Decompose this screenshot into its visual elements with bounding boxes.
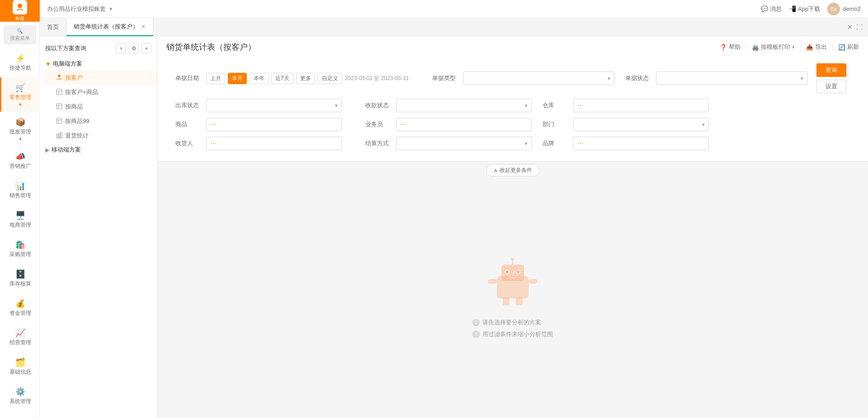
tab-home[interactable]: 首页 [40, 18, 66, 36]
scheme-item-return-stats[interactable]: 退货统计 [43, 128, 157, 143]
scheme-group-desktop-header[interactable]: ▼ 电脑端方案 [40, 57, 157, 71]
sidebar-item-wholesale[interactable]: 📦 批发管理 ▲ [0, 112, 40, 146]
add-scheme-btn[interactable]: + [116, 43, 126, 53]
receipt-status-select[interactable]: ▾ [396, 99, 532, 112]
mobile-group-chevron: ▶ [45, 147, 50, 153]
user-btn[interactable]: Ea demo2 [827, 3, 861, 15]
sidebar-item-retail[interactable]: 🛒 零售管理 ▲ [0, 77, 40, 112]
refresh-btn[interactable]: 🔄 刷新 [838, 43, 859, 51]
industry-dropdown-icon[interactable]: ▾ [109, 5, 113, 12]
warehouse-select[interactable]: ··· [573, 99, 709, 112]
scheme-item-by-customer-goods[interactable]: 按客户+商品 [43, 85, 157, 100]
sidebar-item-operations[interactable]: 📈 经营管理 [0, 323, 40, 352]
recipient-input[interactable]: ··· [206, 137, 342, 150]
svg-rect-8 [57, 118, 62, 124]
date-btn-this-year[interactable]: 本年 [250, 73, 269, 84]
tab-sales-stats[interactable]: 销货单统计表（按客户） ✕ [66, 18, 153, 36]
sidebar-item-label: 快捷导航 [9, 64, 31, 72]
order-status-select[interactable]: ▾ [656, 71, 807, 85]
avatar: Ea [827, 3, 840, 15]
inventory-icon: 🗄️ [15, 269, 25, 279]
desktop-group-chevron: ▼ [45, 61, 51, 67]
date-btn-more[interactable]: 更多 [296, 73, 315, 84]
message-btn[interactable]: 💬 消息 [761, 5, 782, 13]
scheme-item-by-goods-99[interactable]: 按商品99 [43, 114, 157, 128]
sidebar-item-quicknav[interactable]: ⚡ 快捷导航 [0, 48, 40, 77]
sidebar-logo[interactable]: 标服 [0, 0, 40, 22]
settings-filter-btn[interactable]: 设置 [816, 80, 846, 93]
industry-label: 办公用品行业模拟账套 [47, 5, 106, 13]
operations-icon: 📈 [15, 328, 25, 338]
expand-icon: ▲ [18, 101, 23, 106]
scheme-item-by-customer[interactable]: 按客户 [43, 71, 157, 85]
dept-select[interactable]: ▾ [573, 118, 709, 131]
sidebar-item-marketing[interactable]: 📣 营销推广 [0, 146, 40, 176]
scheme-group-mobile-header[interactable]: ▶ 移动端方案 [40, 143, 157, 157]
goods-input[interactable]: ··· [206, 118, 342, 131]
sidebar-item-cooperation[interactable]: 🤝 企业协同 [0, 411, 40, 418]
sidebar-logo-text: 标服 [15, 15, 24, 22]
left-panel-header: 按以下方案查询 + ⚙ « [40, 40, 157, 57]
sidebar-item-finance[interactable]: 💰 资金管理 [0, 293, 40, 323]
collapse-scheme-btn[interactable]: « [142, 43, 151, 53]
date-btn-custom[interactable]: 自定义 [318, 73, 342, 84]
salesperson-input[interactable]: ··· [396, 118, 532, 131]
print-template-btn[interactable]: 🖨️ 按模板打印 ▾ [752, 43, 795, 51]
brand-select[interactable]: ··· [573, 137, 709, 150]
sidebar-item-label: 系统管理 [9, 398, 31, 405]
date-btn-7days[interactable]: 近7天 [271, 73, 293, 84]
empty-tip-1: 1 请先选择要分析的方案 [472, 318, 553, 327]
scheme-item-label-2: 按客户+商品 [65, 88, 98, 96]
export-btn[interactable]: 📤 导出 [806, 43, 827, 51]
settlement-select[interactable]: ▾ [396, 137, 532, 150]
print-label: 按模板打印 [761, 43, 790, 51]
svg-rect-5 [57, 104, 62, 109]
brand-dots: ··· [577, 139, 583, 147]
page-title: 销货单统计表（按客户） [166, 42, 256, 52]
basic-icon: 🗂️ [15, 357, 25, 367]
order-type-select[interactable]: ▾ [463, 71, 614, 85]
sidebar-item-ecommerce[interactable]: 🖥️ 电商管理 [0, 205, 40, 234]
tab-close-icon[interactable]: ✕ [141, 24, 146, 30]
sidebar-item-label: 电商管理 [9, 221, 31, 229]
sidebar-item-inventory[interactable]: 🗄️ 库存核算 [0, 264, 40, 293]
sidebar-item-label: 库存核算 [9, 280, 31, 288]
filter-date-group: 上月 本月 本年 近7天 更多 自定义 2023-03-01 至 2023-03… [206, 73, 409, 84]
receipt-status-chevron: ▾ [525, 103, 528, 109]
date-btn-last-month[interactable]: 上月 [206, 73, 225, 84]
help-btn[interactable]: ❓ 帮助 [720, 43, 741, 51]
main-area: 办公用品行业模拟账套 ▾ 💬 消息 📲 App下载 Ea demo2 首页 [40, 0, 868, 418]
collapse-conditions-btn[interactable]: ∧ 收起更多条件 [486, 164, 540, 176]
scheme-group-mobile: ▶ 移动端方案 [40, 143, 157, 157]
order-type-chevron: ▾ [608, 76, 610, 81]
app-download-btn[interactable]: 📲 App下载 [789, 5, 820, 13]
tab-maximize-icon[interactable]: ⛶ [856, 24, 863, 31]
svg-point-1 [58, 75, 61, 77]
wholesale-icon: 📦 [15, 117, 25, 127]
sidebar-item-basic[interactable]: 🗂️ 基础信息 [0, 352, 40, 381]
sidebar-item-label: 营销推广 [9, 162, 31, 170]
scheme-item-by-goods[interactable]: 按商品 [43, 100, 157, 114]
out-status-select[interactable]: ▾ [206, 99, 342, 112]
svg-point-21 [511, 258, 514, 261]
query-btn[interactable]: 查询 [816, 63, 846, 77]
sidebar-item-system[interactable]: ⚙️ 系统管理 [0, 381, 40, 411]
left-panel-actions: + ⚙ « [116, 43, 151, 53]
collapse-row: ∧ 收起更多条件 [157, 162, 868, 179]
svg-rect-15 [501, 265, 524, 281]
logo-icon [13, 0, 27, 14]
divider-1 [746, 43, 746, 51]
salesperson-dots: ··· [400, 120, 406, 128]
settings-scheme-btn[interactable]: ⚙ [129, 43, 139, 53]
sidebar-item-purchase[interactable]: 🛍️ 采购管理 [0, 234, 40, 264]
tab-close-all-icon[interactable]: ✕ [847, 24, 853, 31]
date-btn-this-month[interactable]: 本月 [228, 73, 247, 84]
scheme-subgroup-desktop: 按客户 按客户+商品 [40, 71, 157, 143]
sidebar-item-sales[interactable]: 📊 销售管理 [0, 176, 40, 205]
message-icon: 💬 [761, 5, 768, 12]
avatar-text: Ea [831, 6, 837, 12]
order-status-label: 单据状态 [625, 74, 651, 82]
search-menu-btn[interactable]: 🔍 搜索菜单 [4, 25, 36, 44]
quicknav-icon: ⚡ [15, 53, 25, 63]
scheme-group-desktop: ▼ 电脑端方案 按客户 [40, 57, 157, 143]
